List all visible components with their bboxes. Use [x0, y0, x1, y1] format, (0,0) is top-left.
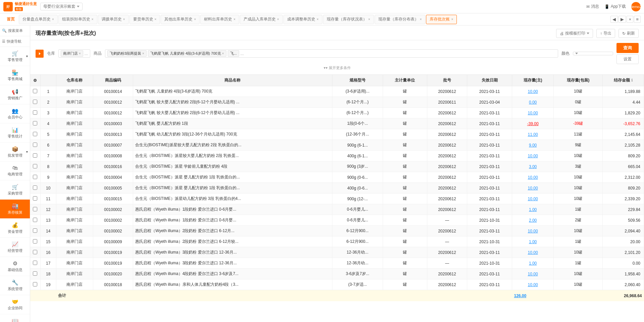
- tab-fenku[interactable]: 分量盘点单历史 ×: [19, 15, 58, 24]
- tab-close-cailiao[interactable]: ×: [233, 17, 235, 21]
- avatar[interactable]: demo2: [631, 2, 641, 11]
- tab-chanjin[interactable]: 产成品入库单历史 ×: [240, 15, 283, 24]
- td-checkbox[interactable]: [30, 204, 40, 215]
- footer-total-qty[interactable]: 126.00: [512, 290, 554, 302]
- td-checkbox[interactable]: [30, 194, 40, 204]
- tab-next-button[interactable]: ▶: [619, 16, 626, 23]
- tab-close-xianzai1[interactable]: ×: [368, 17, 370, 21]
- tab-zuhe[interactable]: 组装拆卸单历史 ×: [58, 15, 97, 24]
- tab-menu-button[interactable]: ≡: [634, 16, 641, 23]
- tab-close-chengben[interactable]: ×: [317, 17, 319, 21]
- expand-conditions-button[interactable]: ▾▾ 展开更多条件: [324, 65, 351, 70]
- td-checkbox[interactable]: [30, 161, 40, 172]
- td-qty-main[interactable]: 3.00: [512, 161, 554, 172]
- tab-prev-button[interactable]: ◀: [610, 16, 618, 23]
- remove-product-tag-1[interactable]: ×: [142, 52, 144, 55]
- td-qty-main[interactable]: 10.00: [512, 194, 554, 204]
- app-download-button[interactable]: 📱 App下载: [604, 4, 626, 9]
- td-checkbox[interactable]: [30, 183, 40, 194]
- td-qty-main[interactable]: 10.00: [512, 183, 554, 194]
- td-qty-main[interactable]: 1.00: [512, 258, 554, 269]
- tab-close-diaoba[interactable]: ×: [123, 17, 125, 21]
- sidebar-item-finance[interactable]: 💰 资金管理: [0, 219, 30, 238]
- sidebar-item-purchase[interactable]: 🛒 采购管理: [0, 180, 30, 200]
- td-checkbox[interactable]: [30, 258, 40, 269]
- td-qty-main[interactable]: 10.00: [512, 86, 554, 97]
- td-qty-main[interactable]: 1.00: [512, 236, 554, 247]
- td-qty-main[interactable]: 10.00: [512, 247, 554, 258]
- td-qty-main[interactable]: 2.00: [512, 215, 554, 226]
- tab-diaoba[interactable]: 调拨单历史 ×: [98, 15, 129, 24]
- sidebar-search[interactable]: 🔍 搜索菜单: [0, 25, 30, 36]
- setting-button[interactable]: 设置: [616, 54, 639, 64]
- tab-close-kupi[interactable]: ×: [451, 17, 453, 21]
- refresh-button[interactable]: ↻ 刷新: [619, 29, 639, 38]
- remove-product-tag-2[interactable]: ×: [222, 52, 224, 55]
- remove-warehouse-tag[interactable]: ×: [79, 52, 81, 55]
- export-button[interactable]: ↑ 导出: [596, 29, 615, 38]
- tab-close-fenku[interactable]: ×: [52, 17, 54, 21]
- td-qty-main[interactable]: 10.00: [512, 172, 554, 183]
- sidebar-item-base[interactable]: ⚙ 基础信息: [0, 257, 30, 276]
- td-qty-main[interactable]: -39.00: [512, 118, 554, 129]
- tab-xianzai1[interactable]: 现存量（库存状况表） ×: [323, 15, 374, 24]
- tab-close-all-button[interactable]: ×: [627, 16, 633, 23]
- tab-kupi[interactable]: 库存批次账 ×: [426, 15, 457, 24]
- product-filter-box[interactable]: 飞鹤奶粉3段两提装 × 飞鹤星飞帆 儿童奶粉 4段(3-6岁适用) 700克 ×…: [105, 49, 558, 58]
- sidebar-item-enterprise[interactable]: 🤝 企业协同: [0, 295, 30, 314]
- td-qty-main[interactable]: 10.00: [512, 269, 554, 279]
- tab-yaohuo[interactable]: 要货单历史 ×: [129, 15, 160, 24]
- sidebar-item-marketing[interactable]: 📢 营销推广: [0, 85, 30, 104]
- sidebar-item-retail[interactable]: 🛒 零售管理 ▼: [0, 47, 30, 66]
- td-qty-main[interactable]: 10.00: [512, 279, 554, 290]
- td-checkbox[interactable]: [30, 140, 40, 151]
- msg-button[interactable]: ✉ 消息: [586, 4, 599, 9]
- tab-close-zuhe[interactable]: ×: [92, 17, 94, 21]
- sidebar-item-operations[interactable]: 📈 经营管理: [0, 238, 30, 257]
- info-icon[interactable]: ℹ: [631, 78, 633, 82]
- td-checkbox[interactable]: [30, 129, 40, 140]
- sidebar-item-system[interactable]: 🔧 系统管理: [0, 276, 30, 295]
- td-checkbox[interactable]: [30, 108, 40, 118]
- tab-xianzai2[interactable]: 现存量（库存分布表） ×: [375, 15, 426, 24]
- td-qty-main[interactable]: 1.00: [512, 204, 554, 215]
- td-checkbox[interactable]: [30, 279, 40, 290]
- sidebar-item-member[interactable]: 👥 会员中心: [0, 104, 30, 123]
- td-qty-main[interactable]: 0.00: [512, 97, 554, 108]
- template-print-button[interactable]: 🖨 按模板打印: [556, 29, 593, 38]
- tab-home[interactable]: 首页: [3, 15, 18, 24]
- filter-toggle-button[interactable]: [36, 50, 44, 58]
- td-checkbox[interactable]: [30, 151, 40, 161]
- tab-close-yaohuo[interactable]: ×: [155, 17, 157, 21]
- td-qty-main[interactable]: 10.00: [512, 108, 554, 118]
- industry-selector[interactable]: 母婴行业演示账套: [40, 3, 83, 10]
- sidebar-quick-nav[interactable]: ☰ 快捷导航: [0, 36, 30, 47]
- tab-close-chanjin[interactable]: ×: [277, 17, 279, 21]
- td-qty-main[interactable]: 10.00: [512, 151, 554, 161]
- tab-close-xianzai2[interactable]: ×: [420, 17, 422, 21]
- td-checkbox[interactable]: [30, 236, 40, 247]
- sidebar-item-retail-stats[interactable]: 📊 零售统计: [0, 123, 30, 143]
- td-checkbox[interactable]: [30, 247, 40, 258]
- query-button[interactable]: 查询: [616, 43, 639, 53]
- sidebar-item-retail-shop[interactable]: 🏪 零售商城: [0, 66, 30, 85]
- td-checkbox[interactable]: [30, 269, 40, 279]
- tab-qita[interactable]: 其他出库单历史 ×: [161, 15, 200, 24]
- sidebar-item-ecommerce[interactable]: 🛍 电商管理: [0, 162, 30, 180]
- td-checkbox[interactable]: [30, 226, 40, 236]
- color-filter-box[interactable]: [573, 52, 613, 55]
- td-qty-main[interactable]: 9.00: [512, 140, 554, 151]
- td-checkbox[interactable]: [30, 86, 40, 97]
- tab-chengben[interactable]: 成本调整单历史 ×: [283, 15, 322, 24]
- tab-close-qita[interactable]: ×: [194, 17, 196, 21]
- th-settings[interactable]: ⚙: [30, 75, 40, 86]
- tab-cailiao[interactable]: 材料出库单历史 ×: [200, 15, 239, 24]
- td-checkbox[interactable]: [30, 97, 40, 108]
- sidebar-item-inventory[interactable]: 🏭 库存核算: [0, 200, 30, 219]
- sidebar-item-guide[interactable]: 📖 新手引导: [0, 314, 30, 322]
- td-qty-main[interactable]: 10.00: [512, 226, 554, 236]
- td-checkbox[interactable]: [30, 215, 40, 226]
- td-qty-main[interactable]: 11.00: [512, 129, 554, 140]
- td-checkbox[interactable]: [30, 172, 40, 183]
- td-checkbox[interactable]: [30, 118, 40, 129]
